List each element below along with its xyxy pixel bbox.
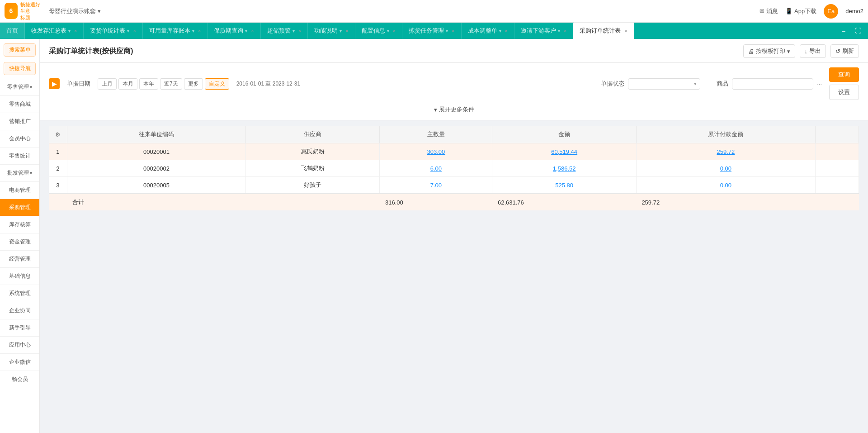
refresh-btn[interactable]: ↺ 刷新 xyxy=(830,44,859,58)
close-icon[interactable]: × xyxy=(393,28,396,33)
col-paid: 累计付款金额 xyxy=(636,126,815,143)
close-icon[interactable]: × xyxy=(198,28,201,33)
sidebar-item-retail-stats[interactable]: 零售统计 xyxy=(0,148,39,165)
minimize-icon[interactable]: – xyxy=(837,24,850,37)
row-supplier: 飞鹤奶粉 xyxy=(246,160,380,177)
sidebar-item-operations[interactable]: 经营管理 xyxy=(0,251,39,268)
sidebar-nav-btn-area: 快捷导航 xyxy=(0,59,39,79)
query-btn[interactable]: 查询 xyxy=(829,67,859,82)
qty-link[interactable]: 6.00 xyxy=(430,165,442,172)
goods-filter-input[interactable] xyxy=(732,78,813,90)
status-select-wrapper: ▾ xyxy=(628,78,700,90)
col-extra xyxy=(815,126,859,143)
tab-baozhi[interactable]: 保质期查询 ▾ × xyxy=(208,23,260,39)
close-icon[interactable]: × xyxy=(452,28,454,33)
sidebar-item-system[interactable]: 系统管理 xyxy=(0,285,39,302)
sidebar-item-marketing[interactable]: 营销推广 xyxy=(0,113,39,130)
table-body: 1 00020001 惠氏奶粉 303.00 60,519.44 259.72 … xyxy=(49,143,859,194)
maximize-icon[interactable]: ⛶ xyxy=(852,24,864,37)
avatar[interactable]: Ea xyxy=(824,4,838,19)
close-icon[interactable]: × xyxy=(505,28,508,33)
status-select[interactable] xyxy=(628,78,700,90)
tab-shoufacun[interactable]: 收发存汇总表 ▾ × xyxy=(25,23,84,39)
close-icon[interactable]: × xyxy=(298,28,301,33)
search-menu-btn[interactable]: 搜索菜单 xyxy=(4,43,36,57)
sidebar-item-wholesale[interactable]: 批发管理 ▾ xyxy=(0,165,39,182)
this-month-btn[interactable]: 本月 xyxy=(118,78,137,90)
more-icon[interactable]: ··· xyxy=(817,81,822,87)
row-code: 00020001 xyxy=(67,143,246,160)
close-icon[interactable]: × xyxy=(564,28,566,33)
col-code: 往来单位编码 xyxy=(67,126,246,143)
quick-nav-btn[interactable]: 快捷导航 xyxy=(4,62,36,75)
user-name[interactable]: demo2 xyxy=(845,8,863,14)
print-btn[interactable]: 🖨 按模板打印 ▾ xyxy=(743,44,795,58)
close-icon[interactable]: × xyxy=(133,28,136,33)
sidebar-item-app-center[interactable]: 应用中心 xyxy=(0,337,39,354)
qty-link[interactable]: 7.00 xyxy=(430,182,442,189)
paid-link[interactable]: 259.72 xyxy=(717,148,735,155)
chevron-down-icon: ▾ xyxy=(558,29,560,33)
filter-toggle-btn[interactable]: ▶ xyxy=(49,78,60,89)
sidebar-item-inventory[interactable]: 库存核算 xyxy=(0,216,39,233)
table-area: ⚙ 往来单位编码 供应商 主数量 金额 累计付款金额 1 00020001 xyxy=(40,120,868,433)
sidebar-item-retail-store[interactable]: 零售商城 xyxy=(0,96,39,113)
row-paid: 0.00 xyxy=(636,177,815,194)
footer-row: 合计 316.00 62,631.76 259.72 xyxy=(49,194,859,210)
table-row: 1 00020001 惠氏奶粉 303.00 60,519.44 259.72 xyxy=(49,143,859,160)
paid-link[interactable]: 0.00 xyxy=(720,182,731,189)
amount-link[interactable]: 1,586.52 xyxy=(553,165,576,172)
paid-link[interactable]: 0.00 xyxy=(720,165,731,172)
tab-yaohuo[interactable]: 要货单统计表 ▾ × xyxy=(84,23,142,39)
custom-date-btn[interactable]: 自定义 xyxy=(205,78,229,90)
sidebar-item-member[interactable]: 会员中心 xyxy=(0,130,39,148)
settings-btn[interactable]: 设置 xyxy=(829,85,859,100)
sidebar-item-member2[interactable]: 畅会员 xyxy=(0,371,39,388)
chevron-down-icon: ▾ xyxy=(68,29,71,33)
last-7-days-btn[interactable]: 近7天 xyxy=(160,78,182,90)
tab-yaoqing[interactable]: 邀请下游客户 ▾ × xyxy=(514,23,573,39)
export-btn[interactable]: ↓ 导出 xyxy=(800,44,826,58)
row-paid: 259.72 xyxy=(636,143,815,160)
chevron-down-icon: ▾ xyxy=(192,29,194,33)
top-right-area: ✉ 消息 📱 App下载 Ea demo2 xyxy=(760,4,863,19)
sidebar-item-wechat[interactable]: 企业微信 xyxy=(0,354,39,371)
row-extra xyxy=(815,177,859,194)
sidebar-item-retail-mgmt[interactable]: 零售管理 ▾ xyxy=(0,79,39,96)
sidebar-item-ecommerce[interactable]: 电商管理 xyxy=(0,182,39,199)
tab-jianhuo[interactable]: 拣货任务管理 ▾ × xyxy=(402,23,461,39)
sidebar-item-basic-info[interactable]: 基础信息 xyxy=(0,268,39,285)
close-icon[interactable]: × xyxy=(251,28,254,33)
sidebar-item-purchase[interactable]: 采购管理 xyxy=(0,199,39,216)
last-month-btn[interactable]: 上月 xyxy=(98,78,117,90)
tab-peizhi[interactable]: 配置信息 ▾ × xyxy=(355,23,402,39)
tab-chengben[interactable]: 成本调整单 ▾ × xyxy=(462,23,514,39)
gear-icon[interactable]: ⚙ xyxy=(55,131,61,138)
sidebar-item-enterprise[interactable]: 企业协同 xyxy=(0,302,39,319)
row-supplier: 惠氏奶粉 xyxy=(246,143,380,160)
tab-caigou-active[interactable]: 采购订单统计表 × xyxy=(573,23,634,39)
qty-link[interactable]: 303.00 xyxy=(427,148,445,155)
amount-link[interactable]: 60,519.44 xyxy=(551,148,577,155)
tab-home[interactable]: 首页 xyxy=(0,23,25,39)
message-btn[interactable]: ✉ 消息 xyxy=(760,7,778,15)
sidebar-item-newbie[interactable]: 新手引导 xyxy=(0,319,39,337)
amount-link[interactable]: 525.80 xyxy=(555,182,573,189)
close-icon[interactable]: × xyxy=(624,28,627,33)
tab-chaochu[interactable]: 超储预警 ▾ × xyxy=(261,23,308,39)
chevron-down-icon: ▾ xyxy=(387,29,389,33)
sidebar-item-finance[interactable]: 资金管理 xyxy=(0,233,39,251)
close-icon[interactable]: × xyxy=(74,28,77,33)
footer-extra xyxy=(815,194,859,210)
expand-filter-btn[interactable]: ▾ 展开更多条件 xyxy=(429,104,479,115)
industry-selector[interactable]: 母婴行业演示账套 ▾ xyxy=(49,7,755,15)
footer-label: 合计 xyxy=(67,194,246,210)
row-qty: 303.00 xyxy=(380,143,492,160)
close-icon[interactable]: × xyxy=(345,28,348,33)
tab-kuyong[interactable]: 可用量库存账本 ▾ × xyxy=(143,23,208,39)
tab-gongneng[interactable]: 功能说明 ▾ × xyxy=(308,23,355,39)
this-year-btn[interactable]: 本年 xyxy=(139,78,158,90)
more-dates-btn[interactable]: 更多 xyxy=(184,78,203,90)
filter-row-1: ▶ 单据日期 上月 本月 本年 近7天 更多 自定义 2016-01-01 至 … xyxy=(49,67,859,100)
app-download-btn[interactable]: 📱 App下载 xyxy=(785,7,816,15)
